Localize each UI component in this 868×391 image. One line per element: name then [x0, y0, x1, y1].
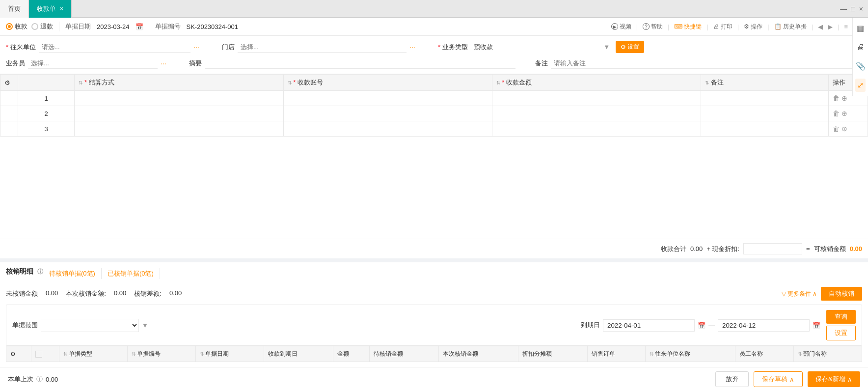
date-start-input[interactable]	[603, 319, 695, 332]
list-view-icon[interactable]: ≡	[844, 23, 848, 30]
cash-discount-input[interactable]	[743, 243, 802, 254]
bth-checkbox[interactable]	[31, 346, 59, 362]
last-order-info-icon[interactable]: ⓘ	[36, 375, 43, 384]
video-btn[interactable]: ▶ 视频	[611, 23, 631, 31]
counterparty-input[interactable]	[39, 42, 191, 53]
biz-type-field: * 业务类型 预收款 ▼	[438, 41, 610, 53]
history-icon: 📋	[774, 23, 782, 30]
row-settlement-3[interactable]	[75, 121, 283, 137]
bth-date: ⇅ 单据日期	[196, 346, 264, 362]
writeoff-section: 核销明细 ⓘ 待核销单据(0笔) 已核销单据(0笔) 未核销金额 0.00 本次…	[0, 262, 868, 367]
bth-pending-writeoff: 待核销金额	[370, 346, 438, 362]
biz-type-dropdown-icon[interactable]: ▼	[603, 43, 610, 51]
counterparty-label: * 往来单位	[6, 43, 39, 52]
summary-label: 摘要	[189, 59, 205, 68]
row-settings-1	[0, 91, 18, 106]
close-icon[interactable]: ×	[859, 5, 863, 13]
print-btn[interactable]: 🖨 打印	[713, 23, 732, 31]
equal-sign: =	[806, 245, 810, 252]
counterparty-more-btn[interactable]: ···	[190, 43, 202, 51]
operations-btn[interactable]: ⚙ 操作	[744, 23, 762, 31]
radio-refund[interactable]: 退款	[31, 22, 53, 31]
row-settlement-1[interactable]	[75, 91, 283, 106]
sidebar-print-icon[interactable]: 🖨	[855, 41, 867, 54]
calendar-start-icon[interactable]: 📅	[698, 322, 705, 329]
more-conditions-btn[interactable]: ▽ 更多条件 ∧	[782, 290, 817, 298]
nav-right-icon[interactable]: ▶	[828, 23, 833, 30]
salesperson-input[interactable]	[28, 58, 158, 69]
row-delete-1[interactable]: 🗑	[833, 94, 840, 102]
due-date-label: 到期日	[581, 321, 600, 330]
calendar-end-icon[interactable]: 📅	[813, 322, 820, 329]
date-end-input[interactable]	[718, 319, 810, 332]
row-delete-2[interactable]: 🗑	[833, 110, 840, 117]
row-copy-3[interactable]: ⊕	[841, 125, 847, 133]
bth-amount: 金额	[333, 346, 370, 362]
save-new-btn[interactable]: 保存&新增 ∧	[808, 371, 860, 387]
radio-collection[interactable]: 收款	[6, 22, 27, 31]
remarks-input[interactable]	[551, 58, 862, 69]
history-btn[interactable]: 📋 历史单据	[774, 23, 807, 31]
last-order-value: 0.00	[46, 376, 58, 383]
scope-dropdown-icon: ▼	[142, 322, 148, 329]
row-account-3[interactable]	[283, 121, 492, 137]
done-tab[interactable]: 已核销单据(0笔)	[102, 268, 160, 279]
row-notes-2[interactable]	[701, 106, 828, 121]
table-row: 3 🗑 ⊕	[0, 121, 868, 137]
nav-left-icon[interactable]: ◀	[818, 23, 823, 30]
tab-collection[interactable]: 收款单 ×	[29, 0, 72, 18]
row-notes-1[interactable]	[701, 91, 828, 106]
bottom-table-header-row: ⚙ ⇅ 单据类型 ⇅ 单据编号 ⇅ 单据日期	[6, 346, 862, 362]
row-settlement-2[interactable]	[75, 106, 283, 121]
summary-row: 收款合计 0.00 + 现金折扣: = 可核销金额 0.00	[0, 239, 868, 258]
settings-main-btn[interactable]: ⚙ 设置	[616, 41, 644, 53]
row-amount-3[interactable]	[492, 121, 701, 137]
sidebar-expand-icon[interactable]: ⤢	[855, 79, 866, 92]
row-copy-2[interactable]: ⊕	[841, 110, 847, 117]
collection-total-value: 0.00	[690, 245, 703, 252]
footer-right: 放弃 保存草稿 ∧ 保存&新增 ∧	[715, 371, 860, 387]
summary-input[interactable]	[205, 58, 516, 69]
salesperson-label: 业务员	[6, 59, 28, 68]
section-divider	[0, 258, 868, 262]
sidebar-table-icon[interactable]: ▦	[855, 22, 866, 35]
calendar-icon[interactable]: 📅	[136, 23, 143, 30]
save-draft-btn[interactable]: 保存草稿 ∧	[754, 371, 803, 387]
query-btn[interactable]: 查询	[826, 310, 856, 324]
unverified-label: 未核销金额	[6, 289, 38, 298]
bth-settings[interactable]: ⚙	[6, 346, 31, 362]
tab-close-icon[interactable]: ×	[60, 5, 63, 12]
help-btn[interactable]: ? 帮助	[643, 23, 663, 31]
scope-select[interactable]	[41, 319, 139, 332]
salesperson-more-btn[interactable]: ···	[158, 59, 169, 67]
tab-home[interactable]: 首页	[0, 0, 29, 18]
writeoff-settings-btn[interactable]: 设置	[826, 326, 856, 340]
bill-date-value: 2023-03-24	[97, 23, 130, 30]
row-copy-1[interactable]: ⊕	[841, 94, 847, 102]
writeoff-filter: 单据范围 ▼ 到期日 📅 — 📅 查询 设置	[6, 305, 862, 346]
table-row-num-header	[18, 75, 75, 91]
row-account-2[interactable]	[283, 106, 492, 121]
minimize-icon[interactable]: —	[840, 5, 847, 13]
row-amount-2[interactable]	[492, 106, 701, 121]
auto-writeoff-btn[interactable]: 自动核销	[821, 287, 862, 301]
store-input[interactable]	[238, 42, 407, 53]
pending-tab[interactable]: 待核销单据(0笔)	[49, 268, 102, 279]
last-order-label: 本单上次	[8, 375, 33, 384]
row-notes-3[interactable]	[701, 121, 828, 137]
discard-btn[interactable]: 放弃	[715, 371, 749, 387]
table-settings-header[interactable]: ⚙	[0, 75, 18, 91]
row-delete-3[interactable]: 🗑	[833, 125, 840, 133]
sidebar-attach-icon[interactable]: 📎	[854, 59, 868, 73]
row-amount-1[interactable]	[492, 91, 701, 106]
toolbar-divider-1	[59, 22, 59, 31]
diff-value: 0.00	[169, 289, 182, 298]
footer-left: 本单上次 ⓘ 0.00	[8, 375, 58, 384]
table-amount-header: ⇅ * 收款金额	[492, 75, 701, 91]
writeoff-info-icon[interactable]: ⓘ	[37, 268, 43, 276]
row-account-1[interactable]	[283, 91, 492, 106]
store-more-btn[interactable]: ···	[407, 43, 418, 51]
form-row-2: 业务员 ··· 摘要 备注	[6, 58, 862, 69]
shortcut-btn[interactable]: ⌨ 快捷键	[674, 23, 702, 31]
restore-icon[interactable]: □	[851, 5, 855, 13]
